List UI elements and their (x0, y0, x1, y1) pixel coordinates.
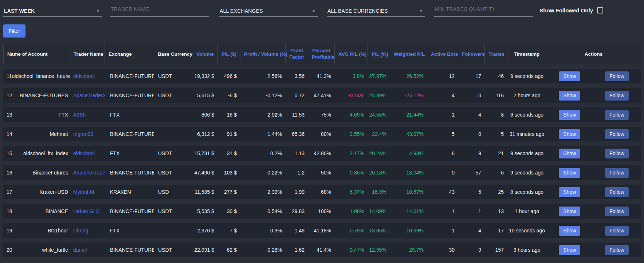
cell-timestamp: 8 seconds ago (507, 185, 546, 199)
col-header-profit-volume[interactable]: Profit / Volume (%) (240, 44, 286, 64)
table-row: 20white_turtledanielBINANCE-FUTURESUSDT2… (3, 243, 641, 257)
cell-trades: 157 (485, 243, 507, 257)
follow-button[interactable]: Follow (605, 226, 628, 236)
cell-weighted-pl: 13.04% (390, 165, 427, 180)
cell-trader: A3Sh (70, 107, 105, 122)
trader-link[interactable]: A3Sh (73, 112, 86, 118)
trader-link[interactable]: Mythril AI (73, 189, 94, 195)
col-header-name-of-account: Name of Account (3, 44, 70, 64)
cell-pl-pct: 20.24% (368, 146, 390, 161)
show-button[interactable]: Show (559, 129, 580, 139)
cell-timestamp: 10 seconds ago (507, 223, 546, 238)
cell-base-currency: USDT (154, 146, 192, 161)
cell-timestamp: 9 seconds ago (507, 165, 546, 180)
followed-checkbox[interactable] (597, 7, 603, 13)
traders-table: Name of Account Trader Name Exchange Bas… (3, 39, 641, 262)
col-header-followers[interactable]: Followers (458, 44, 485, 64)
follow-button[interactable]: Follow (605, 187, 628, 197)
cell-pl-pct: 20.13% (368, 165, 390, 180)
follow-button[interactable]: Follow (605, 110, 628, 120)
cell-actions: ShowFollow (546, 107, 641, 122)
trader-link[interactable]: oldschool (73, 73, 95, 79)
cell-profit-factor: 1.49 (286, 223, 308, 238)
cell-base-currency: USDT (154, 204, 192, 219)
trader-link[interactable]: Chong (73, 228, 88, 233)
min-trades-input[interactable] (434, 4, 533, 17)
show-button[interactable]: Show (559, 168, 580, 178)
cell-pl-pct: 22.4% (368, 127, 390, 141)
follow-button[interactable]: Follow (605, 168, 628, 178)
cell-exchange: BINANCE-FUTURES (105, 88, 154, 103)
col-header-pl-pct[interactable]: P/L (%) (368, 44, 390, 64)
col-header-trades[interactable]: Trades (485, 44, 507, 64)
follow-button[interactable]: Follow (605, 245, 628, 255)
col-header-pl-usd[interactable]: P/L ($) (218, 44, 240, 64)
show-button[interactable]: Show (559, 187, 580, 197)
col-header-actions: Actions (546, 44, 641, 64)
cell-percent-profitable: 41.4% (308, 243, 335, 257)
show-button[interactable]: Show (559, 149, 580, 158)
cell-timestamp: 9 seconds ago (507, 69, 546, 83)
cell-account: 11oldschool_binance_futures (3, 69, 70, 83)
row-number: 16 (7, 170, 12, 176)
trader-link[interactable]: daniel (73, 247, 87, 253)
cell-timestamp: 9 seconds ago (507, 146, 546, 161)
cell-base-currency (154, 127, 192, 141)
col-header-profit-factor[interactable]: Profit Factor (286, 44, 308, 64)
cell-actions: ShowFollow (546, 88, 641, 103)
show-button[interactable]: Show (559, 110, 580, 120)
trader-name-input[interactable] (110, 4, 209, 17)
cell-active-bots: 30 (427, 243, 458, 257)
trader-link[interactable]: oldschool (73, 150, 95, 156)
trader-link[interactable]: Hakan GLC (73, 208, 100, 214)
follow-button[interactable]: Follow (605, 207, 628, 216)
cell-weighted-pl: 21.44% (390, 107, 427, 122)
cell-account: 13FTX (3, 107, 70, 122)
cell-volume: 15,731 $ (192, 146, 218, 161)
cell-actions: ShowFollow (546, 223, 641, 238)
cell-volume: 11,585 $ (192, 185, 218, 199)
follow-button[interactable]: Follow (605, 91, 628, 101)
cell-profit-factor: 1.13 (286, 146, 308, 161)
col-header-volume[interactable]: Volume (192, 44, 218, 64)
follow-button[interactable]: Follow (605, 129, 628, 139)
period-select[interactable]: LAST WEEK ▼ (3, 4, 102, 17)
show-followed-control: Show Followed Only (539, 7, 603, 13)
table-row: 16BinanceFuturesAnarchoTraderBINANCE-FUT… (3, 165, 641, 180)
col-header-avg-pl[interactable]: AVG P/L (%) (335, 44, 368, 64)
cell-base-currency: USDT (154, 88, 192, 103)
follow-button[interactable]: Follow (605, 71, 628, 81)
row-number: 13 (7, 112, 12, 118)
exchange-select[interactable]: ALL EXCHANGES ▼ (219, 4, 318, 17)
cell-profit-factor: 1.2 (286, 165, 308, 180)
filter-button[interactable]: Filter (3, 24, 25, 38)
cell-active-bots: 4 (427, 88, 458, 103)
trader-link[interactable]: AnarchoTrader (73, 170, 105, 176)
col-header-percent-profitable[interactable]: Percent Profitable (308, 44, 335, 64)
follow-button[interactable]: Follow (605, 149, 628, 158)
cell-pl-usd: 30 $ (218, 204, 240, 219)
show-button[interactable]: Show (559, 71, 580, 81)
show-button[interactable]: Show (559, 226, 580, 236)
cell-active-bots: 5 (427, 127, 458, 141)
show-button[interactable]: Show (559, 91, 580, 101)
cell-profit-volume: 2.56% (240, 69, 286, 83)
show-button[interactable]: Show (559, 245, 580, 255)
account-name: Kraken-USD (39, 189, 68, 195)
cell-followers: 1 (458, 204, 485, 219)
cell-exchange: KRAKEN (105, 185, 154, 199)
cell-weighted-pl: 10.67% (390, 185, 427, 199)
cell-actions: ShowFollow (546, 204, 641, 219)
col-header-weighted-pl[interactable]: Weighted P/L (390, 44, 427, 64)
cell-trader: oldschool (70, 69, 105, 83)
trader-link[interactable]: SpaceTraderX (73, 93, 105, 98)
row-number: 11 (7, 73, 12, 79)
show-button[interactable]: Show (559, 207, 580, 216)
base-currency-select-value: ALL BASE CURRENCIES (327, 8, 388, 14)
cell-trader: Hakan GLC (70, 204, 105, 219)
cell-trades: 6 (485, 165, 507, 180)
col-header-active-bots[interactable]: Active Bots (427, 44, 458, 64)
base-currency-select[interactable]: ALL BASE CURRENCIES ▼ (327, 4, 425, 17)
trader-link[interactable]: mgren93 (73, 131, 93, 137)
cell-timestamp: 2 hours ago (507, 88, 546, 103)
